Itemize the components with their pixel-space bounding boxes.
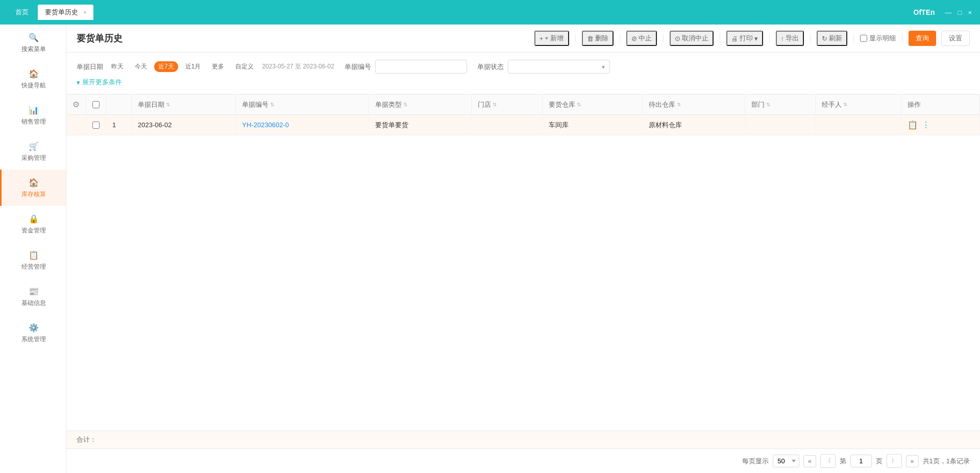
tab-home[interactable]: 首页 (8, 5, 36, 20)
new-button[interactable]: + + 新增 (534, 31, 569, 46)
table-footer: 合计： (66, 431, 980, 448)
page-size-select[interactable]: 20 50 100 (773, 455, 799, 467)
sidebar-label-system-mgmt: 系统管理 (21, 335, 46, 344)
row-checkbox[interactable] (92, 122, 100, 129)
date-btn-last7days[interactable]: 近7天 (154, 61, 178, 72)
delete-label: 删除 (595, 34, 608, 43)
sidebar: 🔍 搜索菜单 🏠 快捷导航 📊 销售管理 🛒 采购管理 🏠 库存核算 🔒 (0, 25, 66, 473)
sidebar-item-system-mgmt[interactable]: ⚙️ 系统管理 (0, 315, 66, 351)
table-row[interactable]: 1 2023-06-02 YH-20230602-0 要货单要货 车间库 原材料… (66, 115, 980, 135)
filter-status-select[interactable] (508, 60, 610, 74)
col-store-header[interactable]: 门店 ⇅ (472, 94, 542, 115)
row-order-type-cell: 要货单要货 (369, 115, 472, 135)
row-pending-warehouse-cell: 原材料仓库 (643, 115, 745, 135)
sidebar-label-inventory: 库存核算 (21, 190, 46, 199)
col-settings: ⚙ (66, 94, 86, 115)
last-page-button[interactable]: » (906, 455, 919, 467)
row-num-cell: 1 (106, 115, 132, 135)
export-button[interactable]: ↑ 导出 (776, 31, 804, 46)
sidebar-item-finance-mgmt[interactable]: 🔒 资金管理 (0, 206, 66, 242)
col-req-warehouse-label: 要货仓库 (549, 100, 575, 109)
query-button[interactable]: 查询 (909, 31, 936, 46)
sidebar-item-operations-mgmt[interactable]: 📋 经营管理 (0, 242, 66, 278)
cancel-suspend-label: 取消中止 (682, 34, 708, 43)
date-btn-yesterday[interactable]: 昨天 (107, 61, 128, 72)
print-icon: 🖨 (731, 35, 738, 42)
col-order-type-header[interactable]: 单据类型 ⇅ (369, 94, 472, 115)
operations-mgmt-icon: 📋 (28, 249, 39, 261)
page-input[interactable] (850, 455, 872, 467)
sidebar-item-sales-mgmt[interactable]: 📊 销售管理 (0, 97, 66, 133)
refresh-button[interactable]: ↻ 刷新 (817, 31, 847, 46)
sidebar-label-search-menu: 搜索菜单 (21, 45, 46, 54)
filter-order-no-item: 单据编号 (345, 60, 467, 74)
sidebar-item-quick-nav[interactable]: 🏠 快捷导航 (0, 61, 66, 97)
separator-4 (720, 34, 720, 43)
filter-order-no-input[interactable] (375, 60, 467, 74)
expand-more-btn[interactable]: ▾ 展开更多条件 (77, 78, 970, 87)
display-cell-checkbox[interactable]: 显示明细 (860, 34, 896, 43)
search-menu-icon: 🔍 (28, 32, 39, 43)
table-area: ⚙ 单据日期 ⇅ (66, 94, 980, 431)
date-btn-more[interactable]: 更多 (208, 61, 228, 72)
date-btn-custom[interactable]: 自定义 (231, 61, 258, 72)
prev-page-button[interactable]: 〈 (820, 454, 836, 468)
row-edit-icon[interactable]: 📋 (908, 120, 918, 130)
filter-date-label: 单据日期 (77, 62, 103, 72)
filter-date-item: 单据日期 昨天 今天 近7天 近1月 更多 自定义 2023-05-27 至 2… (77, 61, 334, 72)
sidebar-item-search-menu[interactable]: 🔍 搜索菜单 (0, 25, 66, 61)
suspend-button[interactable]: ⊘ 中止 (626, 31, 657, 46)
tab-close-icon[interactable]: × (83, 9, 86, 15)
close-button[interactable]: × (968, 9, 972, 16)
col-handler-header[interactable]: 经手人 ⇅ (816, 94, 901, 115)
settings-button[interactable]: 设置 (941, 31, 970, 46)
filter-row: 单据日期 昨天 今天 近7天 近1月 更多 自定义 2023-05-27 至 2… (77, 60, 970, 74)
col-pending-warehouse-header[interactable]: 待出仓库 ⇅ (643, 94, 745, 115)
sidebar-item-purchase-mgmt[interactable]: 🛒 采购管理 (0, 133, 66, 170)
col-order-no-label: 单据编号 (242, 100, 268, 109)
new-label: + 新增 (545, 34, 564, 43)
print-dropdown-icon: ▾ (754, 35, 758, 42)
page-label: 第 (840, 457, 846, 466)
export-icon: ↑ (781, 35, 785, 42)
date-btn-last1month[interactable]: 近1月 (181, 61, 205, 72)
col-checkbox-header (86, 94, 106, 115)
sidebar-label-operations-mgmt: 经营管理 (21, 263, 46, 271)
col-handler-sort-icon: ⇅ (843, 102, 847, 107)
sidebar-item-basic-info[interactable]: 📰 基础信息 (0, 278, 66, 315)
col-department-label: 部门 (751, 100, 765, 109)
row-more-icon[interactable]: ⋮ (922, 120, 930, 130)
column-settings-icon[interactable]: ⚙ (72, 100, 80, 109)
row-checkbox-cell (86, 115, 106, 135)
maximize-button[interactable]: □ (958, 9, 962, 16)
next-page-button[interactable]: 〉 (887, 454, 902, 468)
col-pending-warehouse-label: 待出仓库 (649, 100, 675, 109)
print-label: 打印 (740, 34, 753, 43)
suspend-label: 中止 (639, 34, 652, 43)
header-actions: + + 新增 🗑 删除 ⊘ 中止 ⊙ (534, 31, 970, 46)
minimize-button[interactable]: — (945, 9, 952, 16)
date-btn-today[interactable]: 今天 (131, 61, 151, 72)
col-order-no-header[interactable]: 单据编号 ⇅ (236, 94, 369, 115)
display-cell-input[interactable] (860, 35, 867, 42)
page-size-label: 每页显示 (742, 457, 769, 466)
separator-8 (902, 34, 902, 43)
row-handler-cell (816, 115, 901, 135)
delete-button[interactable]: 🗑 删除 (582, 31, 614, 46)
display-cell-label: 显示明细 (869, 34, 896, 43)
query-label: 查询 (916, 34, 929, 43)
cancel-suspend-button[interactable]: ⊙ 取消中止 (670, 31, 714, 46)
first-page-button[interactable]: « (803, 455, 816, 467)
col-date-label: 单据日期 (138, 100, 164, 109)
select-all-checkbox[interactable] (92, 101, 100, 108)
expand-more-icon: ▾ (77, 79, 80, 86)
col-department-sort-icon: ⇅ (766, 102, 770, 107)
col-date-header[interactable]: 单据日期 ⇅ (132, 94, 236, 115)
data-table: ⚙ 单据日期 ⇅ (66, 94, 980, 135)
col-req-warehouse-header[interactable]: 要货仓库 ⇅ (542, 94, 643, 115)
col-department-header[interactable]: 部门 ⇅ (745, 94, 815, 115)
print-button[interactable]: 🖨 打印 ▾ (726, 31, 763, 46)
sidebar-item-inventory[interactable]: 🏠 库存核算 (0, 170, 66, 206)
tab-requisition-history[interactable]: 要货单历史 × (38, 5, 93, 20)
row-order-no-link[interactable]: YH-20230602-0 (242, 121, 289, 129)
